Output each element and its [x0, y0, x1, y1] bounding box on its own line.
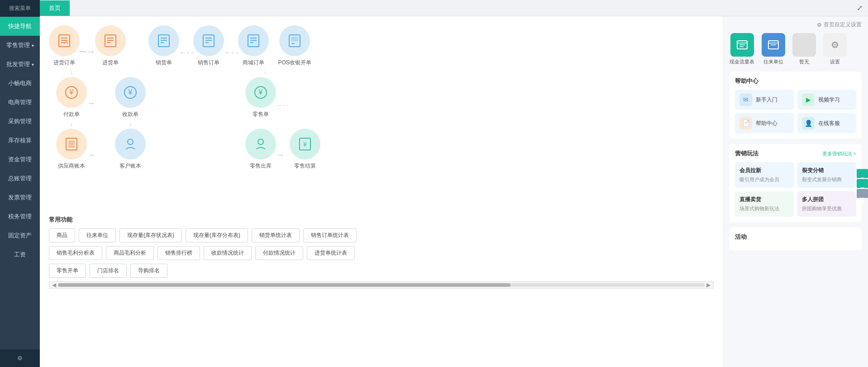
help-item-online[interactable]: 👤 在线客服 [797, 113, 856, 133]
scroll-right-button[interactable]: ▶ [705, 282, 712, 288]
svg-rect-21 [291, 37, 298, 41]
cash-flow-icon [730, 33, 754, 57]
scroll-track[interactable] [58, 283, 705, 287]
sidebar-item-salary[interactable]: 工资 [0, 245, 40, 264]
sidebar-item-quick-nav[interactable]: 快捷导航 [0, 17, 40, 36]
sales-order-label: 销售订单 [198, 59, 219, 67]
func-btn-stock-status[interactable]: 现存量(库存状况表) [119, 228, 182, 242]
sidebar-item-fixed-asset[interactable]: 固定资产 [0, 226, 40, 245]
sidebar-item-inventory[interactable]: 库存核算 [0, 131, 40, 150]
customize-label[interactable]: 首页自定义设置 [824, 21, 862, 29]
func-btn-sales-order-stat[interactable]: 销售订单统计表 [303, 228, 357, 242]
marketing-item-member[interactable]: 会员拉新 吸引用户成为会员 [735, 162, 794, 188]
quick-icon-none[interactable]: 暂无 [792, 33, 816, 65]
marketing-item-group[interactable]: 多人拼团 拼团购物享受优惠 [797, 191, 856, 217]
func-btn-store-rank[interactable]: 门店排名 [90, 264, 127, 278]
svg-point-34 [128, 139, 133, 145]
retail-settlement-icon: ¥ [290, 129, 320, 159]
flow-node-retail-settlement[interactable]: ¥ 零售结算 [290, 129, 320, 170]
sidebar-item-ledger[interactable]: 总账管理 [0, 169, 40, 188]
sidebar-item-retail[interactable]: 零售管理 ▾ [0, 36, 40, 55]
gear-icon-small: ⚙ [817, 22, 822, 28]
flow-node-customer-account[interactable]: 客户账本 [115, 129, 146, 170]
beginner-label: 新手入门 [756, 96, 777, 104]
help-doc-icon: 📄 [739, 117, 752, 130]
flow-diagram: 进货订单 ─→ 进货单 [49, 25, 434, 216]
func-btn-contacts[interactable]: 往来单位 [79, 228, 116, 242]
flow-node-sales-bill[interactable]: 销货单 [148, 25, 179, 67]
scroll-thumb[interactable] [58, 283, 510, 287]
sidebar-item-finance[interactable]: 资金管理 [0, 150, 40, 169]
sidebar-item-ecommerce[interactable]: 电商管理 [0, 93, 40, 112]
customer-account-label: 客户账本 [119, 162, 141, 170]
float-btn-customer-service[interactable]: 客服热线 [857, 169, 868, 178]
sales-order-icon [193, 25, 224, 56]
tab-home[interactable]: 首页 [40, 0, 70, 16]
flow-node-retail-out[interactable]: 零售出库 [245, 129, 276, 170]
flow-node-sales-order[interactable]: 销售订单 [193, 25, 224, 67]
sidebar-item-purchase[interactable]: 采购管理 [0, 112, 40, 131]
sidebar-item-invoice[interactable]: 发票管理 [0, 188, 40, 207]
flow-node-receipt[interactable]: ¥ 收款单 [115, 77, 146, 118]
svg-point-35 [258, 139, 263, 145]
func-btn-receipt-stat[interactable]: 收款情况统计 [204, 246, 252, 260]
mall-order-icon [238, 25, 269, 56]
common-functions-grid2: 销售毛利分析表 商品毛利分析 销售排行榜 收款情况统计 付款情况统计 进货单统计… [49, 246, 714, 260]
func-btn-retail-order[interactable]: 零售开单 [49, 264, 86, 278]
help-item-video[interactable]: ▶ 视频学习 [797, 90, 856, 110]
contacts-icon [762, 33, 785, 57]
quick-icon-settings[interactable]: ⚙ 设置 [823, 33, 847, 65]
func-btn-goods-profit[interactable]: 商品毛利分析 [106, 246, 154, 260]
sales-bill-label: 销货单 [156, 59, 172, 67]
live-desc: 场景式购物新玩法 [739, 205, 789, 212]
marketing-more[interactable]: 更多营销玩法 > [822, 150, 856, 157]
expand-icon[interactable]: ⤢ [851, 0, 868, 16]
chevron-down-icon: ▾ [32, 43, 34, 48]
svg-rect-29 [66, 138, 77, 150]
func-btn-guide-rank[interactable]: 导购排名 [130, 264, 167, 278]
flow-node-pos[interactable]: POS收银开单 [278, 25, 311, 67]
chevron-down-icon: ▾ [32, 62, 34, 67]
receipt-label: 收款单 [122, 111, 138, 118]
marketing-item-referral[interactable]: 裂变分销 裂变式发展分销商 [797, 162, 856, 188]
float-btn-desktop[interactable]: 桌面快捷 [857, 189, 868, 198]
help-label: 帮助中心 [756, 120, 777, 127]
sidebar-item-wholesale[interactable]: 批发管理 ▾ [0, 55, 40, 74]
func-btn-purchase-stat[interactable]: 进货单统计表 [307, 246, 355, 260]
quick-icon-contacts[interactable]: 往来单位 [762, 33, 785, 65]
sidebar-search[interactable]: 搜索菜单 [0, 0, 40, 17]
flow-node-supplier-account[interactable]: 供应商账本 [56, 129, 87, 170]
func-btn-stock-dist[interactable]: 现存量(库存分布表) [186, 228, 248, 242]
func-btn-sales-rank[interactable]: 销售排行榜 [157, 246, 200, 260]
video-label: 视频学习 [818, 96, 840, 104]
func-btn-sales-profit[interactable]: 销售毛利分析表 [49, 246, 102, 260]
supplier-account-icon [56, 129, 87, 159]
common-functions-grid3: 零售开单 门店排名 导购排名 [49, 264, 714, 278]
sidebar-item-tax[interactable]: 税务管理 [0, 207, 40, 226]
help-item-beginner[interactable]: ✉ 新手入门 [735, 90, 794, 110]
common-functions-title: 常用功能 [49, 216, 714, 224]
sidebar-settings[interactable]: ⚙ [0, 349, 40, 367]
scroll-left-button[interactable]: ◀ [50, 282, 58, 288]
member-title: 会员拉新 [739, 167, 789, 174]
func-btn-sales-stat[interactable]: 销货单统计表 [252, 228, 300, 242]
purchase-order-label: 进货订单 [53, 59, 75, 67]
retail-bill-label: 零售单 [253, 111, 269, 118]
help-item-help[interactable]: 📄 帮助中心 [735, 113, 794, 133]
retail-bill-icon: ¥ [245, 77, 276, 108]
func-btn-goods[interactable]: 商品 [49, 228, 75, 242]
flow-node-mall-order[interactable]: 商城订单 [238, 25, 269, 67]
group-desc: 拼团购物享受优惠 [802, 205, 852, 212]
none-icon [792, 33, 816, 57]
marketing-item-live[interactable]: 直播卖货 场景式购物新玩法 [735, 191, 794, 217]
quick-icon-cash-flow[interactable]: 现金流量表 [730, 33, 754, 65]
flow-node-payment[interactable]: ¥ 付款单 [56, 77, 87, 118]
sidebar-item-ecommerce-small[interactable]: 小畅电商 [0, 74, 40, 93]
horizontal-scrollbar[interactable]: ◀ ▶ [49, 281, 714, 289]
flow-node-retail-bill[interactable]: ¥ 零售单 [245, 77, 276, 118]
online-label: 在线客服 [818, 120, 840, 127]
func-btn-payment-stat[interactable]: 付款情况统计 [255, 246, 303, 260]
float-btn-community[interactable]: 服务社区 [857, 179, 868, 188]
flow-node-purchase-order[interactable]: 进货订单 [49, 25, 80, 67]
flow-node-purchase-bill[interactable]: 进货单 [95, 25, 126, 67]
